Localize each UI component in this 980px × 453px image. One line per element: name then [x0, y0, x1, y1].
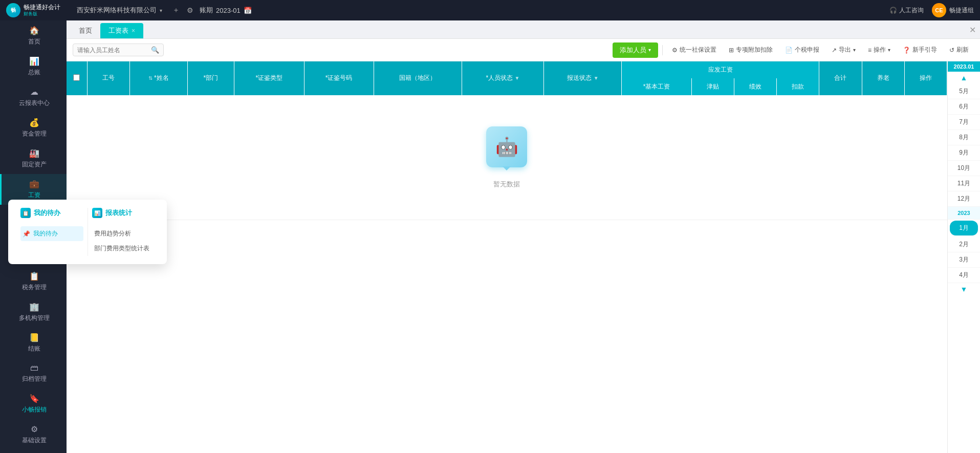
export-btn[interactable]: ↗ 导出 ▾: [826, 43, 861, 57]
logo-text: 畅捷通好会计 财务版: [24, 4, 60, 16]
company-selector[interactable]: 西安虾米网络科技有限公司 ▾: [73, 4, 166, 17]
user-info[interactable]: CE 畅捷通组: [932, 3, 974, 17]
month-item-7[interactable]: 7月: [948, 115, 980, 130]
sidebar-item-assets[interactable]: 🏭 固定资产: [0, 143, 67, 174]
sidebar-label-assets: 固定资产: [22, 160, 47, 169]
th-total: 合计: [819, 61, 862, 95]
sidebar-label-cloud: 云报表中心: [19, 99, 50, 107]
month-item-9[interactable]: 9月: [948, 145, 980, 161]
month-item-10[interactable]: 10月: [948, 161, 980, 176]
assets-icon: 🏭: [29, 148, 39, 158]
table-container: 工号 ⇅ *姓名 *部门 *证鉴类型 *证鉴号码 国籍（地区） *人员状态 ▼: [67, 61, 980, 453]
add-button[interactable]: ＋: [170, 4, 182, 17]
company-name: 西安虾米网络科技有限公司: [77, 6, 157, 15]
cost-trend-label: 费用趋势分析: [94, 229, 131, 238]
tax-report-icon: 📄: [785, 47, 793, 54]
month-item-1[interactable]: 1月: [950, 221, 978, 236]
year-label-2023: 2023: [948, 207, 980, 220]
user-name: 畅捷通组: [949, 6, 974, 15]
sort-icon: ⇅: [148, 75, 153, 81]
sidebar-item-settings[interactable]: ⚙ 基础设置: [0, 419, 67, 450]
th-report-status: 报送状态 ▼: [544, 61, 622, 95]
add-btn-chevron-icon: ▾: [648, 47, 651, 53]
sidebar-item-tax[interactable]: 📋 税务管理: [0, 266, 67, 297]
month-nav-up[interactable]: ▲: [948, 72, 980, 84]
settings-icon[interactable]: ⚙: [185, 4, 195, 16]
sidebar-item-archive[interactable]: 🗃 归档管理: [0, 358, 67, 389]
sidebar-item-cloud[interactable]: ☁ 云报表中心: [0, 82, 67, 113]
special-deduction-btn[interactable]: ⊞ 专项附加扣除: [724, 43, 778, 57]
sidebar-item-expense[interactable]: 🔖 小畅报销: [0, 389, 67, 419]
refresh-btn[interactable]: ↺ 刷新: [944, 43, 974, 57]
add-person-button[interactable]: 添加人员 ▾: [613, 42, 658, 58]
month-item-11[interactable]: 11月: [948, 176, 980, 191]
month-item-8[interactable]: 8月: [948, 130, 980, 145]
th-allowance: 津贴: [691, 78, 734, 95]
social-security-btn[interactable]: ⚙ 统一社保设置: [667, 43, 722, 57]
sidebar-label-closing: 结账: [28, 344, 40, 353]
guide-toolbar-icon: ❓: [903, 47, 910, 54]
sidebar-item-home[interactable]: 🏠 首页: [0, 20, 67, 51]
operations-icon: ≡: [868, 47, 872, 54]
popup-section-todo: 📋 我的待办 📌 我的待办: [16, 208, 88, 256]
top-header: 畅 畅捷通好会计 财务版 西安虾米网络科技有限公司 ▾ ＋ ⚙ 账期 2023-…: [0, 0, 980, 20]
th-deductions: 扣款: [777, 78, 819, 95]
popup-section-report: 📊 报表统计 费用趋势分析 部门费用类型统计表: [88, 208, 159, 256]
month-item-12[interactable]: 12月: [948, 191, 980, 207]
cloud-icon: ☁: [30, 87, 38, 97]
sidebar-label-payroll: 工资: [28, 191, 40, 200]
tab-close-icon[interactable]: ×: [132, 27, 135, 34]
guide-btn[interactable]: ❓ 新手引导: [898, 43, 942, 57]
tax-report-btn[interactable]: 📄 个税申报: [780, 43, 824, 57]
todo-label: 我的待办: [33, 229, 58, 238]
support-label: 人工咨询: [899, 6, 924, 15]
month-item-2[interactable]: 2月: [948, 237, 980, 252]
avatar: CE: [932, 3, 946, 17]
support-button[interactable]: 🎧 人工咨询: [889, 6, 924, 15]
refresh-label: 刷新: [956, 46, 969, 54]
tab-payroll[interactable]: 工资表 ×: [100, 23, 143, 38]
popup-section-todo-title: 📋 我的待办: [20, 208, 83, 221]
sidebar-item-funds[interactable]: 💰 资金管理: [0, 113, 67, 143]
export-chevron-icon: ▾: [853, 47, 856, 53]
popup-item-dept-cost[interactable]: 部门费用类型统计表: [92, 241, 155, 256]
sidebar-item-multiorg[interactable]: 🏢 多机构管理: [0, 297, 67, 328]
search-input[interactable]: [77, 47, 149, 54]
tab-home[interactable]: 首页: [71, 23, 100, 38]
operations-chevron-icon: ▾: [888, 47, 890, 53]
sidebar-item-ledger[interactable]: 📊 总账: [0, 51, 67, 82]
popup-item-cost-trend[interactable]: 费用趋势分析: [92, 226, 155, 241]
th-checkbox[interactable]: [67, 61, 87, 95]
sidebar-label-archive: 归档管理: [22, 375, 47, 383]
month-panel: 2023.01 ▲ 5月 6月 7月 8月 9月 10月 11月 12月 202…: [947, 61, 980, 453]
sidebar-item-closing[interactable]: 📒 结账: [0, 328, 67, 358]
filter-icon-report[interactable]: ▼: [594, 75, 599, 81]
social-security-label: 统一社保设置: [680, 46, 716, 54]
select-all-checkbox[interactable]: [73, 74, 80, 81]
month-item-3[interactable]: 3月: [948, 252, 980, 268]
popup-item-todo[interactable]: 📌 我的待办: [20, 226, 83, 241]
popup-menu: 📋 我的待办 📌 我的待办 📊 报表统计 费用趋势分析 部门费用类型统计表: [8, 200, 167, 264]
th-pension: 养老: [862, 61, 904, 95]
th-dept: *部门: [187, 61, 234, 95]
todo-icon: 📌: [23, 230, 30, 238]
guide-toolbar-label: 新手引导: [912, 46, 937, 54]
filter-icon-status[interactable]: ▼: [515, 75, 520, 81]
header-actions: ＋ ⚙: [170, 4, 195, 17]
month-item-4[interactable]: 4月: [948, 268, 980, 283]
dept-cost-label: 部门费用类型统计表: [94, 244, 149, 253]
sidebar-item-guide[interactable]: ▶ 新手引导: [0, 450, 67, 453]
empty-state: 🤖 暂无数据: [67, 96, 947, 220]
month-nav-down[interactable]: ▼: [948, 283, 980, 295]
period-info: 账期 2023-01 📅: [200, 6, 252, 15]
sidebar-label-home: 首页: [28, 37, 40, 46]
th-cert-type: *证鉴类型: [234, 61, 304, 95]
logo-area: 畅 畅捷通好会计 财务版: [6, 3, 73, 17]
social-security-icon: ⚙: [672, 47, 678, 54]
operations-label: 操作: [874, 46, 886, 54]
month-item-5[interactable]: 5月: [948, 84, 980, 99]
operations-btn[interactable]: ≡ 操作 ▾: [863, 43, 896, 57]
separator-1: [662, 45, 663, 55]
month-item-6[interactable]: 6月: [948, 99, 980, 115]
close-all-icon[interactable]: ✕: [969, 25, 976, 34]
